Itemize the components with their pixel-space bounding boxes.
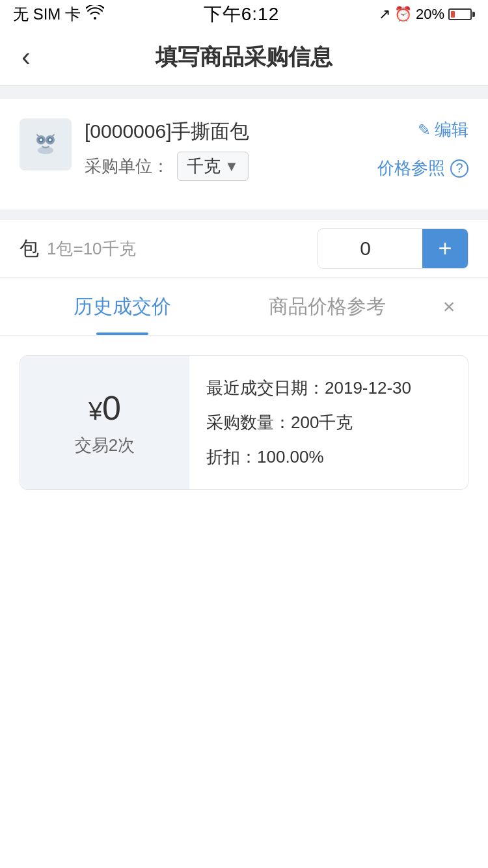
- date-value: 2019-12-30: [325, 378, 411, 398]
- svg-point-5: [49, 139, 51, 141]
- product-unit-row: 采购单位： 千克 ▼: [85, 152, 249, 181]
- history-content: ¥0 交易2次 最近成交日期：2019-12-30 采购数量：200千克 折扣：…: [0, 336, 488, 509]
- price-value: 0: [102, 389, 121, 427]
- tabs-bar: 历史成交价 商品价格参考 ×: [0, 278, 488, 336]
- edit-button[interactable]: ✎ 编辑: [418, 118, 468, 141]
- price-ref-button[interactable]: 价格参照 ?: [377, 157, 468, 180]
- unit-select-arrow-icon: ▼: [224, 158, 239, 175]
- qty-unit-badge: 包: [20, 236, 39, 262]
- edit-label: 编辑: [435, 118, 468, 141]
- product-thumbnail: [20, 118, 72, 170]
- product-id-name: [0000006]手撕面包: [85, 118, 249, 145]
- main-content-bg: [0, 509, 488, 868]
- status-bar-left: 无 SIM 卡: [13, 4, 104, 25]
- history-price: ¥0: [88, 388, 121, 427]
- battery-percent: 20%: [416, 6, 444, 23]
- unit-select-text: 千克: [187, 155, 221, 178]
- quantity-unit-info: 包 1包=10千克: [20, 236, 136, 262]
- trade-count: 交易2次: [75, 434, 135, 457]
- unit-label: 采购单位：: [85, 155, 169, 178]
- discount-value: 100.00%: [257, 447, 324, 467]
- back-button[interactable]: ‹: [0, 29, 52, 86]
- quantity-input-area: +: [318, 228, 468, 269]
- nav-bar: ‹ 填写商品采购信息: [0, 29, 488, 86]
- svg-point-6: [38, 146, 53, 154]
- price-ref-label: 价格参照: [377, 157, 445, 180]
- product-card: [0000006]手撕面包 采购单位： 千克 ▼ ✎ 编辑 价格参照 ?: [0, 99, 488, 210]
- quantity-row: 包 1包=10千克 +: [0, 220, 488, 277]
- location-icon: ↗: [379, 6, 390, 23]
- tab-history-label: 历史成交价: [74, 293, 171, 320]
- status-bar: 无 SIM 卡 下午6:12 ↗ ⏰ 20%: [0, 0, 488, 29]
- unit-select[interactable]: 千克 ▼: [177, 152, 249, 181]
- close-button[interactable]: ×: [429, 288, 468, 327]
- quantity-input[interactable]: [318, 229, 422, 268]
- history-card-left: ¥0 交易2次: [20, 356, 189, 489]
- page-title: 填写商品采购信息: [156, 42, 332, 72]
- tab-history-price[interactable]: 历史成交价: [20, 278, 224, 335]
- qty-value: 200千克: [291, 413, 353, 432]
- product-info: [0000006]手撕面包 采购单位： 千克 ▼: [20, 118, 249, 181]
- history-discount-row: 折扣：100.00%: [206, 444, 451, 470]
- tab-price-ref[interactable]: 商品价格参考: [224, 278, 429, 335]
- date-label: 最近成交日期：: [206, 378, 325, 398]
- status-bar-time: 下午6:12: [204, 2, 280, 27]
- bottom-sheet: 历史成交价 商品价格参考 × ¥0 交易2次 最近成交日期：2019-12-30: [0, 278, 488, 509]
- qty-plus-button[interactable]: +: [422, 229, 468, 268]
- section-divider: [0, 210, 488, 220]
- price-symbol: ¥: [88, 398, 102, 425]
- product-name-area: [0000006]手撕面包 采购单位： 千克 ▼: [85, 118, 249, 181]
- plus-icon: +: [438, 235, 452, 262]
- product-header: [0000006]手撕面包 采购单位： 千克 ▼ ✎ 编辑 价格参照 ?: [20, 118, 468, 181]
- qty-conversion: 1包=10千克: [47, 237, 136, 260]
- back-arrow-icon: ‹: [21, 42, 30, 72]
- tab-price-ref-label: 商品价格参考: [269, 293, 386, 320]
- tab-underline: [96, 332, 148, 335]
- history-card-right: 最近成交日期：2019-12-30 采购数量：200千克 折扣：100.00%: [189, 356, 468, 489]
- history-card: ¥0 交易2次 最近成交日期：2019-12-30 采购数量：200千克 折扣：…: [20, 355, 468, 490]
- qty-label: 采购数量：: [206, 413, 291, 432]
- discount-label: 折扣：: [206, 447, 257, 467]
- carrier-text: 无 SIM 卡: [13, 4, 81, 25]
- price-ref-help-icon[interactable]: ?: [450, 159, 468, 178]
- close-icon: ×: [443, 295, 455, 319]
- product-logo-icon: [29, 126, 62, 164]
- history-qty-row: 采购数量：200千克: [206, 410, 451, 435]
- status-bar-right: ↗ ⏰ 20%: [379, 6, 475, 23]
- svg-point-4: [40, 139, 42, 141]
- history-date-row: 最近成交日期：2019-12-30: [206, 375, 451, 401]
- battery-icon: [448, 8, 475, 20]
- alarm-icon: ⏰: [394, 6, 412, 23]
- wifi-icon: [86, 5, 104, 23]
- edit-icon: ✎: [418, 121, 431, 139]
